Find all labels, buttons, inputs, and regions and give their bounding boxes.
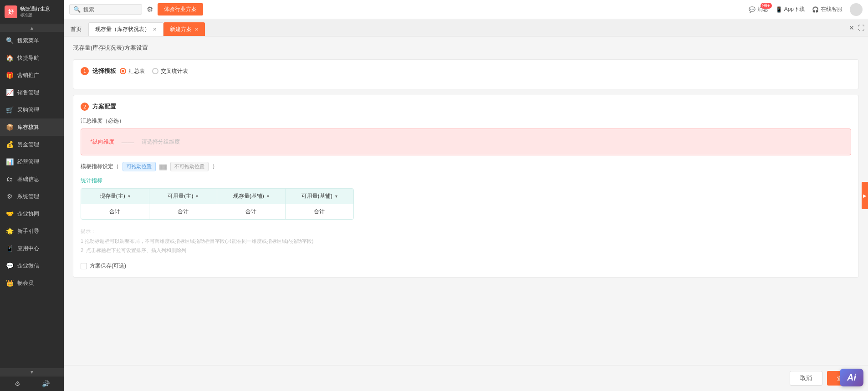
sidebar-item-sales[interactable]: 📈 销售管理 xyxy=(0,84,64,101)
sidebar-item-purchase[interactable]: 🛒 采购管理 xyxy=(0,101,64,118)
section2-header: 2 方案配置 xyxy=(81,103,851,111)
save-option: 方案保存(可选) xyxy=(81,262,851,270)
settings-footer-btn[interactable]: ⚙ xyxy=(15,380,20,387)
indicator-settings-suffix: ） xyxy=(212,163,218,170)
sidebar-item-label: 新手引导 xyxy=(17,227,39,235)
page-title: 现存量(库存状况表)方案设置 xyxy=(73,44,859,52)
tab-new-scheme-label: 新建方案 xyxy=(170,26,192,33)
cancel-button[interactable]: 取消 xyxy=(790,371,822,386)
logo-icon: 好 xyxy=(5,5,17,18)
sidebar-item-guide[interactable]: 🌟 新手引导 xyxy=(0,222,64,240)
search-icon: 🔍 xyxy=(73,6,81,13)
app-name: 畅捷通好生意 xyxy=(20,5,50,12)
gear-icon: ⚙ xyxy=(5,192,14,201)
sidebar-item-basic[interactable]: 🗂 基础信息 xyxy=(0,170,64,188)
online-service-item[interactable]: 🎧 在线客服 xyxy=(812,5,842,13)
cart-icon: 🛒 xyxy=(5,106,14,114)
stats-cell-0-0: 合计 xyxy=(81,204,149,219)
window-controls: ✕ ⛶ xyxy=(849,24,864,31)
notification-badge: 99+ xyxy=(761,3,772,9)
save-checkbox[interactable] xyxy=(81,263,87,269)
dimension-placeholder: 请选择分组维度 xyxy=(142,138,180,146)
search-input[interactable] xyxy=(83,6,138,13)
stats-cell-0-3: 合计 xyxy=(286,204,354,219)
online-service-label: 在线客服 xyxy=(821,5,842,13)
dimension-required-text: *纵向维度 xyxy=(90,138,114,146)
sidebar-item-label: 基础信息 xyxy=(17,175,39,183)
crown-icon: 👑 xyxy=(5,279,14,287)
indicator-tag-movable: 可拖动位置 xyxy=(123,162,156,171)
indicator-settings-mid: ▓▓ xyxy=(159,164,167,170)
app-download-label: App下载 xyxy=(784,5,805,13)
stats-header-col-3-label: 可用量(基辅) xyxy=(301,192,332,200)
template-radio-group: 汇总表 交叉统计表 xyxy=(120,67,188,75)
app-edition: 标准版 xyxy=(20,12,50,18)
sidebar-item-label: 企业协同 xyxy=(17,210,39,218)
stats-table-header: 现存量(主) ▾ 可用量(主) ▾ 现存量(基辅) ▾ 可用量(基辅) xyxy=(81,189,353,204)
sidebar-item-system[interactable]: ⚙ 系统管理 xyxy=(0,188,64,205)
chat-icon: 💬 xyxy=(5,262,14,270)
app-logo: 好 畅捷通好生意 标准版 xyxy=(0,0,64,24)
dimension-label: 汇总维度（必选） xyxy=(81,117,851,125)
tab-bar: 首页 现存量（库存状况表） ✕ 新建方案 ✕ ✕ ⛶ xyxy=(64,19,868,36)
tab-inventory-label: 现存量（库存状况表） xyxy=(95,26,150,33)
tab-inventory-status[interactable]: 现存量（库存状况表） ✕ xyxy=(88,22,163,36)
sidebar-item-coop[interactable]: 🤝 企业协同 xyxy=(0,205,64,222)
stats-cell-0-2: 合计 xyxy=(217,204,286,219)
stats-section-label: 统计指标 xyxy=(81,177,851,185)
dropdown-icon-1[interactable]: ▾ xyxy=(196,194,198,199)
sidebar-item-finance[interactable]: 💰 资金管理 xyxy=(0,136,64,153)
stats-table-row-0: 合计 合计 合计 合计 xyxy=(81,204,353,219)
app-download-item[interactable]: 📱 App下载 xyxy=(776,5,805,13)
stats-header-col-1[interactable]: 可用量(主) ▾ xyxy=(149,189,218,204)
section1-number: 1 xyxy=(81,67,89,75)
sidebar-scroll-down[interactable]: ▼ xyxy=(0,368,64,376)
stats-header-col-0[interactable]: 现存量(主) ▾ xyxy=(81,189,149,204)
tips-title: 提示： xyxy=(81,227,851,236)
radio-cross[interactable]: 交叉统计表 xyxy=(152,67,188,75)
tab-new-scheme[interactable]: 新建方案 ✕ xyxy=(163,22,205,36)
radio-cross-circle xyxy=(152,68,158,74)
trial-button[interactable]: 体验行业方案 xyxy=(158,3,203,15)
sidebar-item-marketing[interactable]: 🎁 营销推广 xyxy=(0,67,64,84)
tab-home[interactable]: 首页 xyxy=(64,22,88,36)
dropdown-icon-3[interactable]: ▾ xyxy=(335,194,337,199)
dropdown-icon-0[interactable]: ▾ xyxy=(128,194,130,199)
topbar-right: 💬 消息 99+ 📱 App下载 🎧 在线客服 xyxy=(749,3,863,16)
sidebar-item-operations[interactable]: 📊 经营管理 xyxy=(0,153,64,170)
sidebar-item-inventory[interactable]: 📦 库存核算 xyxy=(0,118,64,136)
radio-summary[interactable]: 汇总表 xyxy=(120,67,145,75)
tip-item-1: 1.拖动标题栏可以调整布局，不可跨维度或指标区域拖动栏目字段(只能在同一维度或指… xyxy=(81,237,851,246)
mobile-icon: 📱 xyxy=(776,6,782,13)
sidebar-item-search[interactable]: 🔍 搜索菜单 xyxy=(0,32,64,49)
settings-icon[interactable]: ⚙ xyxy=(147,5,153,14)
ai-badge[interactable]: Ai xyxy=(840,369,863,386)
right-panel-toggle[interactable]: ▶ xyxy=(862,182,868,209)
sidebar-item-wechat[interactable]: 💬 企业微信 xyxy=(0,257,64,274)
sidebar-item-member[interactable]: 👑 畅会员 xyxy=(0,274,64,292)
tab-inventory-close[interactable]: ✕ xyxy=(153,27,157,32)
sidebar-item-label: 库存核算 xyxy=(17,123,39,131)
window-expand-btn[interactable]: ⛶ xyxy=(858,24,864,31)
section-scheme-config: 2 方案配置 汇总维度（必选） *纵向维度 —— 请选择分组维度 模板指标设定（… xyxy=(73,95,859,278)
headset-icon: 🎧 xyxy=(812,6,819,13)
tab-new-scheme-close[interactable]: ✕ xyxy=(194,27,199,32)
search-box[interactable]: 🔍 xyxy=(69,4,142,15)
sidebar-scroll-up[interactable]: ▲ xyxy=(0,24,64,32)
stats-header-col-2[interactable]: 现存量(基辅) ▾ xyxy=(217,189,286,204)
notifications-item[interactable]: 💬 消息 99+ xyxy=(749,5,768,13)
main-area: 🔍 ⚙ 体验行业方案 💬 消息 99+ 📱 App下载 🎧 在线客服 首页 xyxy=(64,0,868,391)
dimension-box[interactable]: *纵向维度 —— 请选择分组维度 xyxy=(81,129,851,155)
sidebar-item-apps[interactable]: 📱 应用中心 xyxy=(0,240,64,257)
tips-section: 提示： 1.拖动标题栏可以调整布局，不可跨维度或指标区域拖动栏目字段(只能在同一… xyxy=(81,227,851,255)
section2-title: 方案配置 xyxy=(92,103,116,111)
radio-cross-label: 交叉统计表 xyxy=(161,67,188,75)
sidebar-item-label: 应用中心 xyxy=(17,245,39,252)
sound-footer-btn[interactable]: 🔊 xyxy=(42,380,50,387)
user-avatar[interactable] xyxy=(850,3,863,16)
window-close-btn[interactable]: ✕ xyxy=(849,24,854,31)
dropdown-icon-2[interactable]: ▾ xyxy=(267,194,269,199)
stats-table: 现存量(主) ▾ 可用量(主) ▾ 现存量(基辅) ▾ 可用量(基辅) xyxy=(81,188,354,220)
stats-header-col-3[interactable]: 可用量(基辅) ▾ xyxy=(286,189,354,204)
sidebar-item-shortcut[interactable]: 🏠 快捷导航 xyxy=(0,49,64,67)
